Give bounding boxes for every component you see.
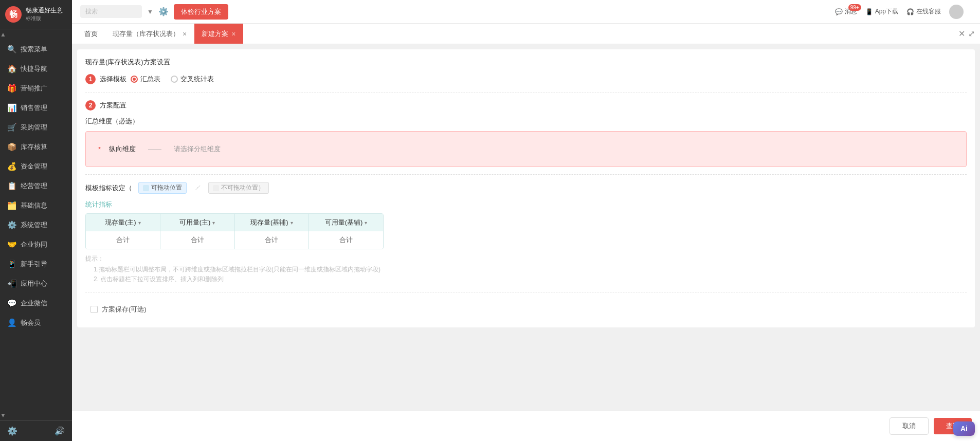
tab-inventory-status[interactable]: 现存量（库存状况表） ×	[105, 24, 194, 44]
indicator-setting-row: 模板指标设定（ 可拖动位置 ⟋ 不可拖动位置）	[85, 182, 967, 194]
user-avatar	[949, 5, 964, 19]
sidebar-item-inventory[interactable]: 📦 库存核算	[0, 137, 72, 157]
col-header-1[interactable]: 可用量(主) ▾	[160, 214, 235, 231]
step2-number: 2	[85, 100, 96, 111]
summary-dim-label: 汇总维度（必选）	[85, 117, 967, 126]
user-icon: 👤	[7, 318, 16, 327]
main-content: 搜索 ▼ ⚙️ 体验行业方案 💬 消息 99+ 📱 App下载 🎧 在线客服	[72, 0, 980, 441]
radio-cross[interactable]: 交叉统计表	[171, 75, 214, 84]
money-icon: 💰	[7, 162, 16, 171]
tab-inventory-close-icon[interactable]: ×	[183, 30, 187, 38]
tips-title: 提示：	[85, 254, 967, 263]
apps-icon: 📲	[7, 279, 16, 288]
save-row: 方案保存(可选)	[85, 300, 967, 319]
dash-separator: ——	[148, 145, 161, 153]
tab-new-plan[interactable]: 新建方案 ×	[194, 24, 243, 44]
step2-header: 2 方案配置	[85, 100, 967, 111]
app-edition: 标准版	[26, 15, 63, 22]
step1-number: 1	[85, 74, 96, 84]
required-dimension-box[interactable]: * 纵向维度 —— 请选择分组维度	[85, 131, 967, 167]
sidebar-item-sysadmin[interactable]: ⚙️ 系统管理	[0, 215, 72, 235]
tab-home[interactable]: 首页	[77, 24, 105, 44]
sidebar-item-marketing[interactable]: 🎁 营销推广	[0, 79, 72, 98]
sidebar-item-member[interactable]: 👤 畅会员	[0, 313, 72, 333]
radio-summary[interactable]: 汇总表	[131, 75, 160, 84]
online-service-button[interactable]: 🎧 在线客服	[906, 7, 941, 16]
dim-divider	[85, 174, 967, 175]
col-header-0[interactable]: 现存量(主) ▾	[86, 214, 160, 231]
col-body-1: 合计	[160, 231, 235, 249]
tip-1: 1.拖动标题栏可以调整布局，不可跨维度或指标区域拖拉栏目字段(只能在同一维度或指…	[85, 265, 967, 274]
panel-title: 现存量(库存状况表)方案设置	[85, 58, 967, 67]
sidebar-scroll-down[interactable]: ▼	[0, 410, 72, 420]
sidebar-nav: 🔍 搜索菜单 🏠 快捷导航 🎁 营销推广 📊 销售管理 🛒 采购管理 📦 库存核…	[0, 40, 72, 410]
topbar-left: 搜索 ▼ ⚙️ 体验行业方案	[80, 4, 228, 20]
topbar-dropdown-chevron[interactable]: ▼	[147, 8, 153, 15]
step1-header: 1 选择模板 汇总表 交叉统计表	[85, 74, 967, 84]
handshake-icon: 🤝	[7, 240, 16, 249]
save-checkbox[interactable]	[90, 306, 98, 313]
required-field: * 纵向维度 —— 请选择分组维度	[98, 144, 221, 154]
stats-table-body: 合计 合计 合计 合计	[86, 231, 383, 249]
col-header-3[interactable]: 可用量(基辅) ▾	[309, 214, 383, 231]
sidebar-item-finance[interactable]: 💰 资金管理	[0, 157, 72, 176]
step2-content: 汇总维度（必选） * 纵向维度 —— 请选择分组维度 模板指标设定（	[85, 117, 967, 284]
app-name: 畅康通好生意	[26, 7, 63, 15]
cancel-button[interactable]: 取消	[890, 417, 929, 435]
logo-icon: 畅	[5, 6, 22, 23]
sidebar-item-quicknav[interactable]: 🏠 快捷导航	[0, 59, 72, 79]
stats-title: 统计指标	[85, 200, 967, 209]
radio-cross-dot	[171, 76, 178, 83]
tab-new-plan-close-icon[interactable]: ×	[231, 30, 235, 38]
step2-label: 方案配置	[100, 101, 126, 110]
sidebar-item-contract[interactable]: 🤝 企业协同	[0, 235, 72, 254]
stats-table: 现存量(主) ▾ 可用量(主) ▾ 现存量(基辅) ▾	[85, 213, 384, 249]
ai-float-button[interactable]: Ai	[953, 421, 975, 436]
topbar-gear-icon[interactable]: ⚙️	[158, 7, 169, 16]
col-body-0: 合计	[86, 231, 160, 249]
app-download-button[interactable]: 📱 App下载	[865, 7, 898, 16]
fixed-icon	[213, 185, 219, 191]
tab-close-all-icon[interactable]: ✕	[958, 29, 965, 39]
search-icon: 🔍	[7, 45, 16, 54]
tab-expand-icon[interactable]: ⤢	[968, 29, 975, 39]
speaker-icon[interactable]: 🔊	[55, 426, 65, 436]
template-radio-group: 汇总表 交叉统计表	[131, 75, 214, 84]
chat-icon: 💬	[7, 299, 16, 308]
radio-summary-dot	[131, 76, 138, 83]
phone-icon: 📱	[865, 8, 873, 15]
sidebar-item-operations[interactable]: 📋 经营管理	[0, 176, 72, 196]
gear-icon: ⚙️	[7, 220, 16, 230]
tabs-actions: ✕ ⤢	[958, 29, 975, 39]
sidebar-item-search[interactable]: 🔍 搜索菜单	[0, 40, 72, 59]
col-body-3: 合计	[309, 231, 383, 249]
col-header-2[interactable]: 现存量(基辅) ▾	[235, 214, 310, 231]
message-badge: 99+	[848, 4, 861, 11]
clipboard-icon: 📋	[7, 181, 16, 191]
settings-panel: 现存量(库存状况表)方案设置 1 选择模板 汇总表 交叉统计表	[77, 49, 975, 327]
sidebar-scroll-up[interactable]: ▲	[0, 29, 72, 40]
sidebar-item-appcenter[interactable]: 📲 应用中心	[0, 274, 72, 293]
tabs-bar: 首页 现存量（库存状况表） × 新建方案 × ✕ ⤢	[72, 24, 980, 44]
tip-2: 2. 点击标题栏下拉可设置排序、插入列和删除列	[85, 275, 967, 284]
draggable-badge: 可拖动位置	[138, 182, 187, 194]
settings-icon[interactable]: ⚙️	[7, 426, 17, 436]
sidebar-item-purchase[interactable]: 🛒 采购管理	[0, 118, 72, 137]
message-icon: 💬	[835, 8, 843, 15]
cart-icon: 🛒	[7, 123, 16, 132]
message-button[interactable]: 💬 消息 99+	[835, 7, 857, 16]
sidebar-item-wechat[interactable]: 💬 企业微信	[0, 293, 72, 313]
required-star: *	[98, 145, 101, 153]
trial-industry-button[interactable]: 体验行业方案	[174, 4, 228, 20]
bottom-divider	[85, 292, 967, 292]
col-1-chevron-icon: ▾	[212, 220, 215, 226]
app-logo: 畅 畅康通好生意 标准版	[0, 0, 72, 29]
gift-icon: 🎁	[7, 84, 16, 93]
draggable-icon	[143, 185, 149, 191]
sidebar-item-newguide[interactable]: 📱 新手引导	[0, 254, 72, 274]
fixed-badge: 不可拖动位置）	[208, 182, 269, 194]
indicator-setting-label: 模板指标设定（	[85, 183, 132, 193]
sidebar-item-basicinfo[interactable]: 🗂️ 基础信息	[0, 196, 72, 215]
col-2-chevron-icon: ▾	[291, 220, 293, 226]
sidebar-item-sales[interactable]: 📊 销售管理	[0, 98, 72, 118]
